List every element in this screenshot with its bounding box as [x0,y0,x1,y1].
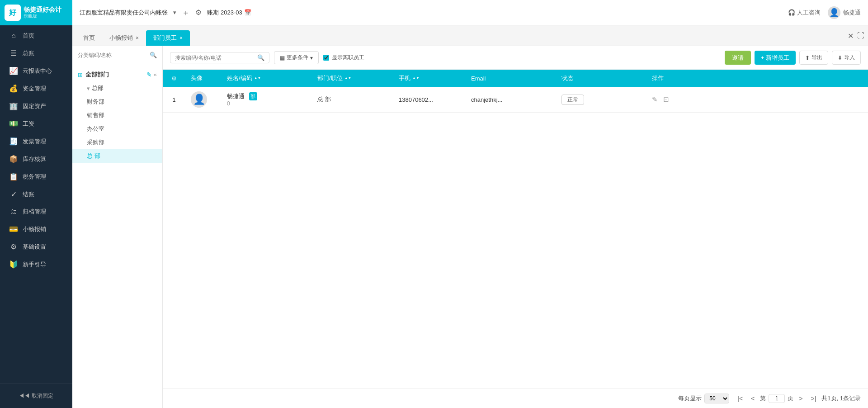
department-sidebar: 🔍 ⊞ 全部部门 ✎ « ▾ 总部 财务部 [72,46,163,408]
dept-search-icon[interactable]: 🔍 [150,52,157,58]
sidebar-item-home[interactable]: ⌂ 首页 [0,27,72,44]
employee-search-input[interactable] [175,55,255,61]
sidebar-item-tax[interactable]: 📋 税务管理 [0,168,72,185]
employee-search-box[interactable]: 🔍 [170,52,269,63]
sidebar-item-label: 首页 [23,32,34,40]
archive-icon: 🗂 [9,208,18,216]
edit-dept-icon[interactable]: ✎ [146,71,152,78]
sidebar-item-reports[interactable]: 📈 云报表中心 [0,62,72,80]
show-resigned-checkbox[interactable]: 显示离职员工 [323,54,364,62]
row-name-cell: 畅捷通 部 0 [222,87,312,113]
dept-search-input[interactable] [78,52,146,58]
sidebar-item-guide[interactable]: 🔰 新手引导 [0,256,72,273]
sidebar-item-closing[interactable]: ✓ 结账 [0,185,72,203]
dept-item-finance[interactable]: 财务部 [72,95,162,109]
row-dept: 总 部 [312,87,393,113]
logo-icon: 好 [5,5,21,21]
closing-icon: ✓ [9,190,18,199]
export-label: 导出 [811,54,822,62]
sidebar-logo: 好 畅捷通好会计 旗舰版 [0,0,72,25]
sidebar-footer: ◀◀ 取消固定 [0,384,72,408]
sidebar-item-fund[interactable]: 💰 资金管理 [0,80,72,97]
tabbar-controls: ✕ ⛶ [848,31,864,40]
per-page-select[interactable]: 50 10 20 100 [704,394,729,403]
total-info: 共1页, 1条记录 [821,394,861,403]
table-toolbar: 🔍 ▦ 更多条件 ▾ 显示离职员工 邀请 + 新增员工 ⬆ 导出 [163,46,868,70]
page-suffix: 页 [788,394,793,403]
pin-button[interactable]: ◀◀ 取消固定 [0,389,72,403]
col-name[interactable]: 姓名/编码 ▲▼ [222,70,312,87]
invite-button[interactable]: 邀请 [725,51,751,65]
topbar-settings-icon[interactable]: ⚙ [195,8,202,17]
admin-badge: 部 [249,92,257,100]
tab-employee-close-icon[interactable]: × [179,35,183,41]
pin-label: ◀◀ 取消固定 [19,392,53,400]
sidebar-item-settings[interactable]: ⚙ 基础设置 [0,238,72,256]
dept-label: 总部 [92,84,104,92]
sidebar-item-ledger[interactable]: ☰ 总账 [0,44,72,62]
col-settings[interactable]: ⚙ [163,70,185,87]
inventory-icon: 📦 [9,155,18,163]
row-phone: 138070602... [393,87,466,113]
first-page-button[interactable]: |< [735,394,745,403]
user-menu[interactable]: 👤 畅捷通 [828,6,861,19]
collapse-dept-icon[interactable]: « [154,71,157,78]
show-resigned-input[interactable] [323,55,329,61]
col-avatar: 头像 [185,70,222,87]
sidebar-item-expense[interactable]: 💳 小畅报销 [0,220,72,238]
sidebar-item-archive[interactable]: 🗂 归档管理 [0,203,72,220]
tab-home-label: 首页 [83,34,95,42]
prev-page-button[interactable]: < [748,394,757,403]
tab-employee[interactable]: 部门员工 × [146,30,190,46]
grid-icon: ⊞ [78,71,83,78]
company-name: 江西服宝精品有限责任公司内账张 [80,9,168,17]
dept-item-headquarters[interactable]: ▾ 总部 [72,81,162,95]
add-employee-button[interactable]: + 新增员工 [755,51,796,65]
logo-text-block: 畅捷通好会计 旗舰版 [24,6,61,20]
logout-icon[interactable]: ⊡ [663,95,669,104]
company-dropdown-icon[interactable]: ▾ [173,9,176,16]
expand-tab-button[interactable]: ⛶ [857,31,864,40]
filter-button[interactable]: ▦ 更多条件 ▾ [274,51,319,64]
export-button[interactable]: ⬆ 导出 [799,51,828,65]
page-input[interactable] [769,394,785,403]
tab-expense-label: 小畅报销 [109,34,133,42]
tab-employee-label: 部门员工 [153,34,177,42]
col-dept[interactable]: 部门/职位 ▲▼ [312,70,393,87]
sidebar-item-invoice[interactable]: 🧾 发票管理 [0,133,72,150]
tab-expense[interactable]: 小畅报销 × [102,30,146,46]
dept-label: 采购部 [87,138,104,147]
dept-item-purchase[interactable]: 采购部 [72,136,162,149]
dept-item-sales[interactable]: 销售部 [72,109,162,122]
home-icon: ⌂ [9,32,18,40]
sidebar-item-label: 归档管理 [23,208,46,216]
next-page-button[interactable]: > [796,394,805,403]
last-page-button[interactable]: >| [808,394,819,403]
sidebar-item-inventory[interactable]: 📦 库存核算 [0,150,72,168]
row-index: 1 [163,87,185,113]
user-name: 畅捷通 [843,9,861,17]
calendar-icon[interactable]: 📅 [244,9,251,16]
assets-icon: 🏢 [9,102,18,110]
close-tab-button[interactable]: ✕ [848,31,854,40]
dept-item-office[interactable]: 办公室 [72,122,162,136]
sidebar-item-salary[interactable]: 💵 工资 [0,115,72,133]
employee-avatar: 👤 [191,91,207,108]
export-icon: ⬆ [805,55,810,61]
settings-icon: ⚙ [9,242,18,251]
dept-item-general[interactable]: 总 部 [72,149,162,163]
expense-icon: 💳 [9,225,18,233]
tab-home[interactable]: 首页 [76,30,102,46]
all-departments[interactable]: ⊞ 全部部门 ✎ « [72,68,162,81]
table-row: 1 👤 畅捷通 部 0 [163,87,868,113]
col-phone[interactable]: 手机 ▲▼ [393,70,466,87]
import-button[interactable]: ⬇ 导入 [832,51,861,65]
edit-icon[interactable]: ✎ [652,95,658,104]
search-icon[interactable]: 🔍 [257,54,264,61]
tab-expense-close-icon[interactable]: × [136,35,139,41]
service-button[interactable]: 🎧 人工咨询 [788,9,821,17]
add-tab-button[interactable]: ＋ [182,7,190,18]
invoice-icon: 🧾 [9,137,18,146]
sidebar-item-assets[interactable]: 🏢 固定资产 [0,97,72,115]
table-header-row: ⚙ 头像 姓名/编码 ▲▼ 部门/职位 [163,70,868,87]
